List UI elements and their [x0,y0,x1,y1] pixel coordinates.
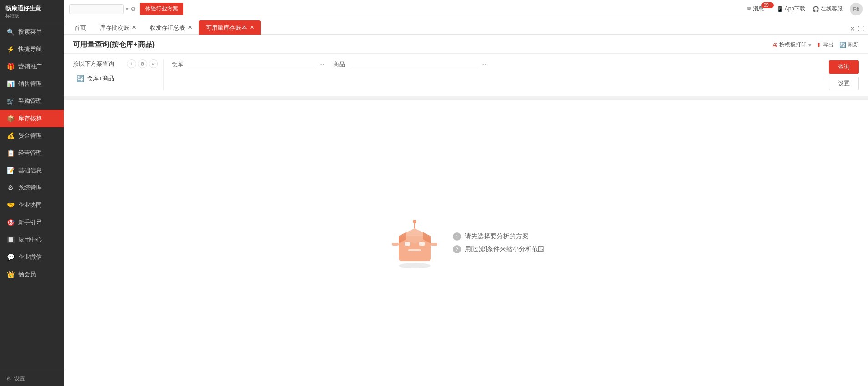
app-download-area[interactable]: 📱 App下载 [777,5,805,13]
topbar-search-input[interactable] [69,4,124,14]
product-more-icon[interactable]: ··· [482,61,486,67]
svg-point-0 [399,263,431,268]
product-field-row: 商品 ··· [333,59,486,69]
tabs-right: ✕ ⛶ [850,25,868,34]
topbar-right: ✉ 消息 99+ 📱 App下载 🎧 在线客服 Rit [747,3,863,15]
sidebar-label-enterprise: 企业协同 [18,201,42,209]
tab-label-batch-account: 库存批次账 [100,24,129,32]
guide-icon: 🎯 [6,219,15,226]
sidebar-label-marketing: 营销推广 [18,62,42,71]
settings-icon: ⚙ [6,376,11,382]
svg-rect-5 [405,242,410,246]
export-icon: ⬆ [817,42,821,48]
settings-button[interactable]: 设置 [829,77,859,90]
app-center-icon: 🔲 [6,236,15,243]
sidebar-label-sales: 销售管理 [18,80,42,88]
sidebar-item-sales[interactable]: 📊 销售管理 [0,75,64,93]
tab-receipt-summary[interactable]: 收发存汇总表✕ [143,20,199,35]
tab-home[interactable]: 首页 [67,20,93,35]
sidebar-item-basic-info[interactable]: 📝 基础信息 [0,162,64,179]
sidebar-item-system[interactable]: ⚙ 系统管理 [0,179,64,196]
sidebar-item-member[interactable]: 👑 畅会员 [0,266,64,283]
purchase-icon: 🛒 [6,98,15,105]
page-content: 可用量查询(按仓库+商品) 🖨 按模板打印 ▾ ⬆ 导出 🔄 刷新 [64,35,868,386]
product-field: 商品 ··· [333,59,486,69]
user-avatar[interactable]: Rit [850,3,863,15]
main-area: ▾ ⚙ 体验行业方案 ✉ 消息 99+ 📱 App下载 🎧 在线客服 Rit [64,0,868,386]
print-icon: 🖨 [772,42,777,48]
tab-available-inventory[interactable]: 可用量库存账本✕ [199,20,261,35]
tip-text-2: 用[过滤]条件来缩小分析范围 [465,245,545,253]
sidebar-item-finance[interactable]: 💰 资金管理 [0,127,64,144]
print-label: 按模板打印 [779,41,807,49]
sidebar-label-finance: 资金管理 [18,132,42,140]
query-left-panel: 按以下方案查询 + ⚙ « 🔄 仓库+商品 [73,59,164,90]
gear-icon[interactable]: ⚙ [130,5,136,13]
tab-batch-account[interactable]: 库存批次账✕ [93,20,143,35]
empty-text: 1 请先选择要分析的方案 2 用[过滤]条件来缩小分析范围 [453,232,545,253]
logo-title: 畅康通好生意 [5,5,58,13]
sidebar-label-purchase: 采购管理 [18,97,42,105]
sidebar-label-operations: 经营管理 [18,149,42,157]
warehouse-label: 仓库 [171,60,185,68]
sidebar-item-inventory[interactable]: 📦 库存核算 [0,110,64,127]
tip-text-1: 请先选择要分析的方案 [465,232,528,241]
sidebar-item-search[interactable]: 🔍 搜索菜单 [0,23,64,41]
svg-rect-10 [392,243,399,246]
add-scheme-icon[interactable]: + [127,59,136,68]
print-chevron[interactable]: ▾ [808,42,811,48]
sidebar-item-operations[interactable]: 📋 经营管理 [0,144,64,162]
settings-scheme-icon[interactable]: ⚙ [138,59,147,68]
search-icon: 🔍 [6,28,15,36]
sidebar-label-guide: 新手引导 [18,218,42,226]
query-button[interactable]: 查询 [829,60,859,74]
svg-rect-7 [408,249,421,251]
sidebar-item-quick-nav[interactable]: ⚡ 快捷导航 [0,41,64,58]
svg-rect-11 [431,243,437,246]
sidebar-item-wechat[interactable]: 💬 企业微信 [0,248,64,266]
sidebar-item-guide[interactable]: 🎯 新手引导 [0,214,64,231]
industry-btn[interactable]: 体验行业方案 [140,3,183,15]
sidebar-item-app-center[interactable]: 🔲 应用中心 [0,231,64,248]
scheme-item-warehouse-product[interactable]: 🔄 仓库+商品 [73,72,158,85]
empty-svg [387,216,442,270]
chevron-down-icon[interactable]: ▾ [126,6,128,12]
wechat-icon: 💬 [6,253,15,261]
tab-close-batch-account[interactable]: ✕ [132,25,136,31]
sidebar-label-search: 搜索菜单 [18,28,42,36]
export-action[interactable]: ⬆ 导出 [817,41,834,49]
sidebar-settings-label: 设置 [14,375,25,382]
warehouse-input[interactable] [188,59,316,69]
sidebar-bottom[interactable]: ⚙ 设置 [0,371,64,386]
expand-icon[interactable]: ⛶ [858,25,864,32]
sidebar-label-wechat: 企业微信 [18,253,42,261]
tab-close-available-inventory[interactable]: ✕ [250,25,254,31]
warehouse-more-icon[interactable]: ··· [320,61,324,67]
operations-icon: 📋 [6,149,15,157]
inventory-icon: 📦 [6,115,15,122]
query-left-header: 按以下方案查询 + ⚙ « [73,59,158,68]
product-input[interactable] [350,59,478,69]
message-badge: 99+ [761,2,774,8]
sidebar-item-purchase[interactable]: 🛒 采购管理 [0,93,64,110]
sidebar-item-enterprise[interactable]: 🤝 企业协同 [0,196,64,214]
query-section: 按以下方案查询 + ⚙ « 🔄 仓库+商品 仓库 [64,54,868,96]
quick-nav-icon: ⚡ [6,46,15,53]
sidebar-item-marketing[interactable]: 🎁 营销推广 [0,58,64,75]
print-action[interactable]: 🖨 按模板打印 ▾ [772,41,811,49]
svg-rect-6 [419,242,425,246]
refresh-action[interactable]: 🔄 刷新 [839,41,859,49]
basic-info-icon: 📝 [6,167,15,174]
tab-close-receipt-summary[interactable]: ✕ [188,25,192,31]
close-tab-icon[interactable]: ✕ [850,25,855,32]
sidebar-label-system: 系统管理 [18,184,42,192]
message-area[interactable]: ✉ 消息 99+ [747,5,769,13]
app-download-label: App下载 [785,5,805,13]
collapse-scheme-icon[interactable]: « [149,59,158,68]
page-title: 可用量查询(按仓库+商品) [73,40,155,50]
finance-icon: 💰 [6,132,15,139]
online-service-area[interactable]: 🎧 在线客服 [812,5,843,13]
svg-point-9 [413,220,416,223]
sidebar-label-basic-info: 基础信息 [18,166,42,175]
warehouse-field-row: 仓库 ··· [171,59,324,69]
